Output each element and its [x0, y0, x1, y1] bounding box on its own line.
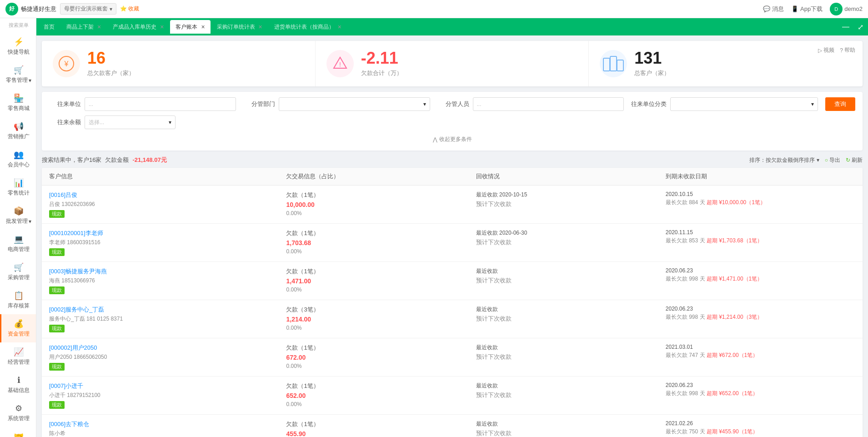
filter-category-select[interactable]: ▾	[670, 97, 818, 111]
search-button[interactable]: 查询	[825, 97, 855, 111]
customer-name[interactable]: [0003]畅捷服务尹海燕	[49, 267, 286, 276]
tab-purchase-stats[interactable]: 进货单统计表（按商品） ×	[269, 20, 347, 34]
overdue-amount[interactable]: 超期 ¥1,471.00（1笔）	[707, 276, 763, 282]
chevron-down-icon3: ▾	[169, 119, 171, 126]
overdue-days: 最长欠款 998 天 超期 ¥1,214.00（3笔）	[666, 313, 855, 321]
customer-info-cell: [0002]服务中心_丁磊 服务中心_丁磊 181 0125 8371 现款	[49, 306, 286, 332]
sidebar-item-inventory[interactable]: 📋 库存核算	[0, 286, 36, 314]
help-btn[interactable]: ? 帮助	[840, 46, 855, 54]
owe-amount[interactable]: 652.00	[286, 392, 476, 399]
overdue-days: 最长欠款 884 天 超期 ¥10,000.00（1笔）	[666, 199, 855, 206]
message-btn[interactable]: 💬 消息	[763, 5, 784, 13]
th-due: 到期未收款日期	[666, 172, 855, 181]
chevron-up-icon: ⋀	[433, 136, 437, 143]
customer-tag: 现款	[49, 248, 65, 256]
tab-close-product-list[interactable]: ×	[97, 23, 101, 30]
filter-person-input[interactable]: ...	[473, 97, 624, 111]
next-collect: 预计下次收款	[476, 200, 666, 208]
customer-name[interactable]: [0016]吕俊	[49, 191, 286, 199]
customer-name[interactable]: [000002]用户2050	[49, 344, 286, 352]
sidebar-item-retail-stats[interactable]: 📊 零售统计	[0, 173, 36, 201]
sidebar-item-marketing[interactable]: 📢 营销推广	[0, 117, 36, 145]
overdue-amount[interactable]: 超期 ¥10,000.00（1笔）	[707, 199, 766, 206]
table-row: [000002]用户2050 用户2050 18665062050 现款 欠款（…	[42, 338, 863, 377]
next-collect: 预计下次收款	[476, 276, 666, 285]
app-name: 畅捷通好生意	[21, 5, 56, 13]
customer-tag: 现款	[49, 286, 65, 294]
store-selector[interactable]: 母婴行业演示账套 ▾	[60, 3, 116, 15]
tab-close-purchase[interactable]: ×	[259, 23, 262, 30]
overdue-amount[interactable]: 超期 ¥1,214.00（3笔）	[707, 314, 763, 320]
due-date: 2020.06.23	[666, 306, 855, 312]
owe-count: 欠款（1笔）	[286, 191, 476, 199]
sidebar-shortcut[interactable]: ⭐ 收藏	[120, 5, 139, 13]
sidebar-item-member[interactable]: 👥 会员中心	[0, 145, 36, 173]
overdue-days: 最长欠款 998 天 超期 ¥1,471.00（1笔）	[666, 275, 855, 283]
overdue-amount[interactable]: 超期 ¥652.00（1笔）	[707, 390, 758, 397]
owe-amount[interactable]: 1,703.68	[286, 239, 476, 246]
overdue-amount[interactable]: 超期 ¥672.00（1笔）	[707, 352, 758, 358]
owe-amount[interactable]: 1,471.00	[286, 277, 476, 285]
sidebar-item-retail-mall[interactable]: 🏪 零售商城	[0, 89, 36, 117]
sidebar-item-ecommerce[interactable]: 💻 电商管理	[0, 230, 36, 258]
owe-pct: 0.00%	[286, 210, 476, 216]
sidebar-item-enterprise[interactable]: 🤝 企业协同	[0, 427, 36, 437]
owe-amount[interactable]: 672.00	[286, 354, 476, 361]
customer-info-cell: [0016]吕俊 吕俊 13026203696 现款	[49, 191, 286, 218]
customer-name[interactable]: [0007]小迸千	[49, 382, 286, 390]
owe-amount[interactable]: 10,000.00	[286, 201, 476, 208]
owe-amount[interactable]: 455.90	[286, 430, 476, 437]
export-btn[interactable]: ○ 导出	[825, 156, 840, 164]
video-btn[interactable]: ▷ 视频	[818, 46, 834, 54]
owe-pct: 0.00%	[286, 286, 476, 293]
sidebar-item-operations[interactable]: 📈 经营管理	[0, 342, 36, 371]
owe-amount[interactable]: 1,214.00	[286, 316, 476, 323]
filter-balance-select[interactable]: 选择... ▾	[85, 116, 176, 129]
stat-card-owe-total: ! -2.11 欠款合计（万）	[316, 41, 589, 86]
sidebar-item-basic-info[interactable]: ℹ 基础信息	[0, 371, 36, 399]
filter-dept-select[interactable]: ▾	[279, 97, 430, 111]
page-content: ¥ 16 总欠款客户（家） !	[36, 35, 868, 437]
customer-name[interactable]: [0002]服务中心_丁磊	[49, 306, 286, 314]
sidebar-item-system[interactable]: ⚙ 系统管理	[0, 399, 36, 427]
tab-maximize-btn[interactable]: ⤢	[855, 22, 866, 32]
tab-close-inventory[interactable]: ×	[160, 23, 164, 30]
customer-name[interactable]: [0006]去下粮仓	[49, 420, 286, 428]
table-row: [0007]小迸千 小迸千 18279152100 现款 欠款（1笔） 652.…	[42, 377, 863, 415]
sidebar-item-wholesale[interactable]: 📦 批发管理 ▾	[0, 201, 36, 230]
recent-collect: 最近收款 2020-10-15	[476, 191, 666, 199]
owe-info-cell: 欠款（1笔） 1,471.00 0.00%	[286, 267, 476, 293]
tab-close-ledger[interactable]: ×	[201, 23, 205, 30]
owe-pct: 0.00%	[286, 401, 476, 407]
tab-product-list[interactable]: 商品上下架 ×	[61, 20, 106, 34]
customer-name[interactable]: [0001020001]李老师	[49, 229, 286, 237]
tab-customer-ledger[interactable]: 客户账本 ×	[170, 20, 210, 34]
tab-close-purchase-stats[interactable]: ×	[338, 23, 341, 30]
sidebar-item-finance[interactable]: 💰 资金管理	[0, 314, 36, 342]
owe-info-cell: 欠款（1笔） 1,703.68 0.00%	[286, 229, 476, 255]
message-icon: 💬	[763, 5, 770, 12]
overdue-amount[interactable]: 超期 ¥455.90（1笔）	[707, 428, 758, 435]
sidebar-item-retail-mgmt[interactable]: 🛒 零售管理 ▾	[0, 60, 36, 89]
stats-row: ¥ 16 总欠款客户（家） !	[42, 41, 863, 86]
customer-tag: 现款	[49, 210, 65, 218]
filter-unit-input[interactable]: ...	[85, 97, 236, 111]
tab-collapse-btn[interactable]: —	[839, 22, 852, 32]
tab-purchase-order[interactable]: 采购订单统计表 ×	[211, 20, 268, 34]
tab-inventory-history[interactable]: 产成品入库单历史 ×	[107, 20, 169, 34]
stat-value-owe-total: -2.11	[361, 50, 402, 66]
customer-tag: 现款	[49, 325, 65, 332]
sort-select[interactable]: 排序：按欠款金额倒序排序 ▾	[749, 156, 819, 164]
sidebar-search[interactable]: 搜索菜单	[0, 18, 36, 32]
sidebar-item-purchase[interactable]: 🛒 采购管理	[0, 258, 36, 286]
app-download-btn[interactable]: 📱 App下载	[791, 5, 823, 13]
user-menu[interactable]: D demo2	[830, 3, 863, 15]
collapse-filters-btn[interactable]: ⋀ 收起更多条件	[433, 134, 472, 145]
overdue-amount[interactable]: 超期 ¥1,703.68（1笔）	[707, 237, 763, 244]
tab-home[interactable]: 首页	[38, 20, 60, 34]
stat-icon-owe-total: !	[326, 50, 354, 77]
filter-unit-label: 往来单位	[49, 100, 81, 108]
sidebar-item-quick-nav[interactable]: ⚡ 快捷导航	[0, 32, 36, 60]
refresh-btn[interactable]: ↻ 刷新	[846, 156, 863, 164]
owe-info-cell: 欠款（1笔） 652.00 0.00%	[286, 382, 476, 407]
